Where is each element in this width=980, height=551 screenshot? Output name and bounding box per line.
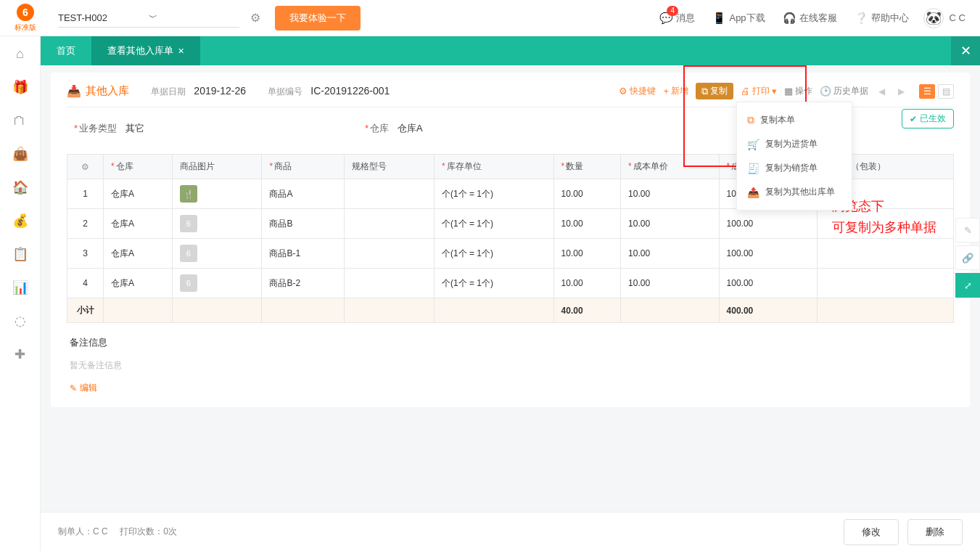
edit-remarks-link[interactable]: ✎ 编辑 [70, 382, 951, 394]
row-spec [345, 239, 435, 269]
sales-icon: 🧾 [747, 163, 759, 174]
operate-label: 操作 [795, 85, 812, 97]
row-price: 10.00 [621, 209, 719, 239]
help-center-label: 帮助中心 [871, 12, 909, 25]
dd-copy-this[interactable]: ⧉复制本单 [737, 108, 852, 132]
table-row[interactable]: 4 仓库A 6 商品B-2 个(1个 = 1个) 10.00 10.00 100… [67, 269, 954, 298]
dd-copy-this-label: 复制本单 [760, 114, 795, 126]
row-warehouse: 仓库A [104, 239, 173, 269]
doc-date-value: 2019-12-26 [194, 85, 246, 97]
list-view-icon[interactable]: ☰ [919, 84, 935, 99]
rail-link-icon[interactable]: 🔗 [955, 245, 980, 270]
row-image: 6 [172, 269, 262, 298]
online-service-label: 在线客服 [799, 12, 837, 25]
sidebar-warehouse-icon[interactable]: 🏠 [12, 179, 29, 196]
remarks-empty: 暂无备注信息 [70, 359, 951, 372]
avatar[interactable]: 🐼 [923, 8, 944, 28]
card: 📥 其他入库 单据日期 2019-12-26 单据编号 IC-20191226-… [51, 73, 970, 407]
dd-copy-purchase-label: 复制为进货单 [765, 138, 818, 150]
copy-label: 复制 [710, 85, 728, 97]
dd-copy-sales[interactable]: 🧾复制为销货单 [737, 156, 852, 180]
row-avail [817, 239, 953, 269]
card-view-icon[interactable]: ▤ [938, 84, 954, 99]
rail-note-icon[interactable]: ✎ [955, 218, 980, 242]
doc-number-label: 单据编号 [268, 86, 302, 97]
history-label: 历史单据 [833, 85, 868, 97]
trial-button[interactable]: 我要体验一下 [275, 6, 361, 30]
dd-copy-other-out[interactable]: 📤复制为其他出库单 [737, 180, 852, 204]
bottom-info: 制单人：C C 打印次数：0次 [58, 526, 177, 538]
doc-date-label: 单据日期 [151, 86, 186, 97]
head-actions: ⚙快捷键 +新增 ⧉复制 🖨打印▾ ▦操作 🕑历史单据 ◀ ▶ ☰ ▤ [619, 83, 954, 99]
sidebar-report-icon[interactable]: 📊 [12, 279, 29, 296]
shortcut-button[interactable]: ⚙快捷键 [619, 85, 656, 97]
view-toggle: ☰ ▤ [919, 84, 954, 99]
table-row[interactable]: 3 仓库A 6 商品B-1 个(1个 = 1个) 10.00 10.00 100… [67, 239, 954, 269]
row-image: 6 [172, 209, 262, 239]
row-avail [817, 269, 953, 298]
sidebar-gift-icon[interactable]: 🎁 [12, 78, 29, 96]
user-name[interactable]: C C [950, 12, 965, 23]
dd-copy-other-out-label: 复制为其他出库单 [765, 186, 835, 198]
logo[interactable]: 6 标准版 [7, 4, 44, 33]
sidebar-bag-icon[interactable]: 👜 [12, 145, 29, 163]
row-price: 10.00 [621, 269, 719, 298]
card-title: 📥 其他入库 [67, 84, 129, 98]
rail-expand-icon[interactable]: ⤢ [955, 273, 980, 298]
messages-link[interactable]: 💬 消息 4 [659, 12, 695, 25]
phone-icon: 📱 [712, 12, 726, 25]
tabbar-close-button[interactable]: ✕ [951, 36, 980, 65]
edit-remarks-label: 编辑 [80, 382, 97, 394]
print-label: 打印 [752, 85, 770, 97]
tab-close-icon[interactable]: ✕ [178, 46, 184, 56]
history-button[interactable]: 🕑历史单据 [820, 85, 868, 97]
sidebar-sync-icon[interactable]: ◌ [12, 312, 29, 330]
copy-button[interactable]: ⧉复制 [696, 83, 733, 99]
row-index: 3 [67, 239, 104, 269]
sidebar-clipboard-icon[interactable]: 📋 [12, 245, 29, 263]
product-image-icon: 🍴 [180, 185, 197, 203]
row-unit: 个(1个 = 1个) [434, 239, 553, 269]
th-unit-label: 库存单位 [447, 161, 482, 171]
next-icon[interactable]: ▶ [895, 86, 907, 97]
th-gear[interactable]: ⚙ [67, 155, 104, 179]
operate-button[interactable]: ▦操作 [784, 85, 812, 97]
gear-icon[interactable]: ⚙ [250, 11, 260, 25]
purchase-icon: 🛒 [747, 139, 759, 150]
creator-value: C C [93, 526, 108, 536]
app-download-link[interactable]: 📱 App下载 [712, 12, 765, 25]
shortcut-label: 快捷键 [630, 85, 656, 97]
th-price: *成本单价 [621, 155, 719, 179]
sidebar-home-icon[interactable]: ⌂ [12, 45, 29, 62]
main: 首页 查看其他入库单 ✕ ✕ 📥 其他入库 单据日期 2019-12-26 [41, 36, 980, 551]
tab-current[interactable]: 查看其他入库单 ✕ [91, 36, 200, 65]
delete-button[interactable]: 删除 [907, 519, 963, 545]
dd-copy-purchase[interactable]: 🛒复制为进货单 [737, 132, 852, 156]
top-header: 6 标准版 TEST-H002 ﹀ ⚙ 我要体验一下 💬 消息 4 📱 App下… [0, 0, 980, 36]
sidebar-money-icon[interactable]: 💰 [12, 212, 29, 229]
table-row[interactable]: 2 仓库A 6 商品B 个(1个 = 1个) 10.00 10.00 100.0… [67, 209, 954, 239]
sidebar-house-icon[interactable]: ⛫ [12, 112, 29, 129]
sidebar-new-icon[interactable]: ✚ [12, 346, 29, 363]
bottom-bar: 制单人：C C 打印次数：0次 修改 删除 [41, 512, 980, 551]
row-index: 1 [67, 179, 104, 209]
th-warehouse-label: 仓库 [116, 161, 133, 171]
row-index: 4 [67, 269, 104, 298]
row-qty: 10.00 [553, 269, 620, 298]
row-qty: 10.00 [553, 179, 620, 209]
card-title-text: 其他入库 [86, 84, 129, 98]
prev-icon[interactable]: ◀ [876, 86, 888, 97]
help-center-link[interactable]: ❔ 帮助中心 [855, 12, 909, 25]
sidebar: ⌂ 🎁 ⛫ 👜 🏠 💰 📋 📊 ◌ ✚ [0, 36, 41, 551]
tab-home[interactable]: 首页 [41, 36, 91, 65]
print-count-value: 0次 [163, 526, 177, 536]
company-select[interactable]: TEST-H002 ﹀ [58, 9, 239, 28]
online-service-link[interactable]: 🎧 在线客服 [783, 12, 837, 25]
row-price: 10.00 [621, 179, 719, 209]
new-button[interactable]: +新增 [663, 85, 688, 97]
print-button[interactable]: 🖨打印▾ [741, 85, 777, 97]
row-image: 6 [172, 239, 262, 269]
help-icon: ❔ [855, 12, 868, 25]
content: 📥 其他入库 单据日期 2019-12-26 单据编号 IC-20191226-… [41, 65, 980, 551]
modify-button[interactable]: 修改 [844, 519, 899, 545]
